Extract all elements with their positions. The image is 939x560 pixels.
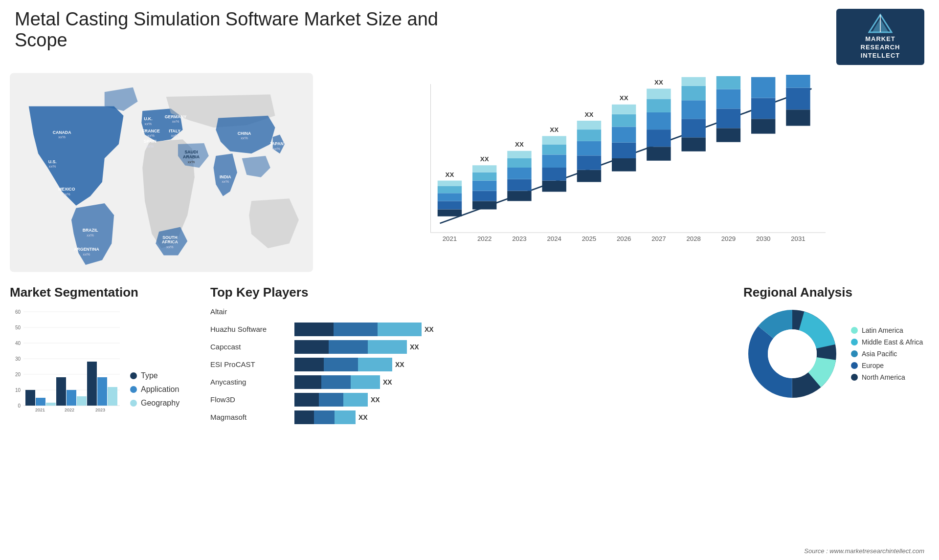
player-bar-wrap-esi: XX <box>294 358 719 371</box>
svg-text:XX: XX <box>585 110 594 118</box>
svg-rect-47 <box>472 201 496 209</box>
regional-section: Regional Analysis Latin America <box>743 285 929 428</box>
svg-rect-58 <box>507 151 531 158</box>
svg-text:xx%: xx% <box>166 245 174 249</box>
player-name-altair: Altair <box>210 307 289 316</box>
svg-rect-96 <box>716 128 740 142</box>
application-dot <box>130 386 137 393</box>
player-row: Capccast XX <box>210 340 719 354</box>
svg-text:ARABIA: ARABIA <box>183 154 200 159</box>
svg-text:xx%: xx% <box>188 159 195 164</box>
legend-asia: Asia Pacific <box>851 350 923 358</box>
svg-rect-97 <box>716 108 740 128</box>
legend-latin: Latin America <box>851 326 923 334</box>
player-bar-esi <box>294 358 392 371</box>
player-bar-altair <box>294 305 719 319</box>
latin-dot <box>851 327 858 334</box>
svg-rect-104 <box>751 77 775 98</box>
type-label: Type <box>141 371 158 380</box>
donut-chart <box>743 305 841 403</box>
svg-rect-78 <box>612 114 636 127</box>
bar-chart: XX 2021 XX 2022 XX 2023 <box>328 75 915 260</box>
svg-text:2031: 2031 <box>791 235 805 242</box>
player-row: Flow3D XX <box>210 393 719 407</box>
svg-rect-136 <box>108 387 117 406</box>
player-bar-capccast <box>294 340 407 354</box>
svg-rect-41 <box>438 201 462 209</box>
player-bar-flow3d <box>294 393 368 407</box>
player-xx-huazhu: XX <box>425 325 434 333</box>
northam-label: North America <box>862 373 905 381</box>
svg-text:INDIA: INDIA <box>220 174 231 179</box>
player-row: Huazhu Software XX <box>210 323 719 336</box>
svg-text:2028: 2028 <box>686 235 701 242</box>
player-row: ESI ProCAST XX <box>210 358 719 371</box>
svg-rect-56 <box>507 168 531 179</box>
svg-rect-65 <box>542 136 566 144</box>
svg-text:XX: XX <box>620 94 628 102</box>
svg-rect-49 <box>472 180 496 191</box>
donut-legend: Latin America Middle East & Africa Asia … <box>851 326 923 381</box>
svg-rect-42 <box>438 193 462 201</box>
svg-rect-90 <box>682 119 706 137</box>
svg-rect-43 <box>438 186 462 193</box>
player-xx-anycasting: XX <box>383 378 392 386</box>
players-title: Top Key Players <box>210 285 719 300</box>
application-label: Application <box>141 385 179 394</box>
source-line: Source : www.marketresearchintellect.com <box>804 546 924 555</box>
player-bar-wrap-flow3d: XX <box>294 393 719 407</box>
svg-rect-109 <box>786 75 810 88</box>
europe-dot <box>851 362 858 369</box>
svg-rect-44 <box>438 180 462 186</box>
svg-rect-72 <box>577 121 601 129</box>
player-xx-esi: XX <box>395 361 404 368</box>
svg-text:xx%: xx% <box>63 192 70 196</box>
segmentation-title: Market Segmentation <box>10 285 186 300</box>
svg-text:ARGENTINA: ARGENTINA <box>74 247 99 252</box>
player-bar-wrap-anycasting: XX <box>294 375 719 389</box>
svg-rect-51 <box>472 165 496 172</box>
svg-text:xx%: xx% <box>171 133 179 138</box>
svg-text:U.S.: U.S. <box>48 159 57 164</box>
segmentation-chart-wrap: 60 50 40 30 20 10 0 <box>10 305 186 412</box>
svg-text:AFRICA: AFRICA <box>162 239 179 244</box>
svg-text:SAUDI: SAUDI <box>184 150 198 154</box>
svg-text:U.K.: U.K. <box>144 116 152 121</box>
player-bar-wrap-capccast: XX <box>294 340 719 354</box>
svg-rect-134 <box>87 362 97 406</box>
latin-label: Latin America <box>862 326 903 334</box>
svg-text:XX: XX <box>654 79 663 86</box>
svg-rect-85 <box>647 99 671 112</box>
svg-text:60: 60 <box>15 309 21 315</box>
svg-rect-98 <box>716 89 740 108</box>
main-content: CANADA xx% U.S. xx% MEXICO xx% BRAZIL xx… <box>0 70 939 275</box>
svg-text:xx%: xx% <box>273 146 280 151</box>
map-section: CANADA xx% U.S. xx% MEXICO xx% BRAZIL xx… <box>10 70 313 275</box>
svg-rect-102 <box>751 119 775 133</box>
svg-text:xx%: xx% <box>222 179 229 184</box>
player-name-huazhu: Huazhu Software <box>210 325 289 333</box>
logo: MARKET RESEARCH INTELLECT <box>836 9 924 65</box>
svg-rect-86 <box>647 88 671 99</box>
svg-text:2027: 2027 <box>651 235 666 242</box>
svg-rect-75 <box>612 158 636 172</box>
northam-dot <box>851 374 858 381</box>
logo-text: MARKET RESEARCH INTELLECT <box>861 35 900 60</box>
player-name-flow3d: Flow3D <box>210 395 289 404</box>
svg-text:xx%: xx% <box>145 122 152 126</box>
svg-text:XX: XX <box>550 126 559 133</box>
svg-rect-89 <box>682 137 706 151</box>
svg-text:SOUTH: SOUTH <box>162 235 177 239</box>
svg-text:40: 40 <box>15 341 21 346</box>
svg-text:20: 20 <box>15 372 21 377</box>
svg-text:2024: 2024 <box>547 235 561 242</box>
svg-rect-91 <box>682 100 706 119</box>
svg-text:xx%: xx% <box>146 144 154 148</box>
svg-rect-126 <box>25 390 35 406</box>
player-bar-magmasoft <box>294 410 356 424</box>
geography-label: Geography <box>141 399 179 408</box>
svg-rect-93 <box>682 77 706 86</box>
legend-application: Application <box>130 385 179 394</box>
seg-legend: Type Application Geography <box>130 371 179 412</box>
svg-rect-70 <box>577 141 601 155</box>
